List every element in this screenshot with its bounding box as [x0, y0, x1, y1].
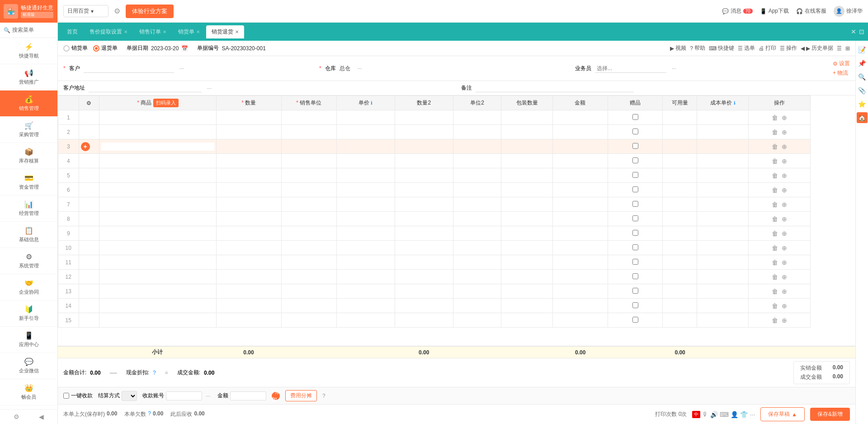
copy-row-button[interactable]: ⊕: [782, 244, 787, 252]
gift-checkbox[interactable]: [632, 317, 638, 323]
right-panel-active-icon[interactable]: 🏠: [857, 112, 868, 123]
right-panel-pin-icon[interactable]: 📌: [857, 58, 868, 69]
app-download-button[interactable]: 📱 App下载: [760, 7, 789, 15]
remark-input[interactable]: [476, 84, 634, 92]
delete-row-button[interactable]: 🗑: [772, 201, 778, 208]
copy-row-button[interactable]: ⊕: [782, 114, 787, 121]
sidebar-item-guide[interactable]: 🔰 新手引导: [0, 300, 57, 327]
person-icon[interactable]: 👤: [731, 411, 738, 418]
fee-split-button[interactable]: 费用分摊: [285, 390, 317, 401]
messages-button[interactable]: 💬 消息 70: [722, 7, 753, 15]
delete-row-button[interactable]: 🗑: [772, 129, 778, 136]
settings-button[interactable]: ⚙: [14, 413, 19, 420]
speaker-icon[interactable]: 🔊: [710, 411, 718, 418]
product-cell[interactable]: [99, 270, 216, 284]
one-click-checkbox[interactable]: [63, 393, 69, 399]
gift-checkbox[interactable]: [632, 201, 638, 207]
sidebar-item-apps[interactable]: 📱 应用中心: [0, 327, 57, 353]
sidebar-item-enterprise[interactable]: 🤝 企业协同: [0, 274, 57, 300]
gift-checkbox[interactable]: [632, 186, 638, 192]
sidebar-item-marketing[interactable]: 📢 营销推广: [0, 64, 57, 91]
single-debt-help-icon[interactable]: ?: [148, 410, 151, 418]
view-toggle-grid[interactable]: ⊞: [845, 45, 850, 52]
tab-sales-order[interactable]: 销售订单 ✕: [134, 25, 172, 38]
logistics-action-button[interactable]: + 物流: [833, 69, 850, 77]
product-cell[interactable]: [99, 241, 216, 255]
copy-row-button[interactable]: ⊕: [782, 215, 787, 223]
history-button[interactable]: ◀ ▶ 历史单据: [801, 44, 833, 52]
discount-help-icon[interactable]: ?: [153, 370, 156, 376]
delete-row-button[interactable]: 🗑: [772, 186, 778, 194]
copy-row-button[interactable]: ⊕: [782, 230, 787, 237]
delete-row-button[interactable]: 🗑: [772, 259, 778, 266]
right-panel-attach-icon[interactable]: 📎: [857, 85, 868, 96]
shortcut-button[interactable]: ⌨ 快捷键: [709, 44, 734, 52]
help-button[interactable]: ? 帮助: [690, 44, 705, 52]
video-button[interactable]: ▶ 视频: [670, 44, 686, 52]
copy-row-button[interactable]: ⊕: [782, 201, 787, 208]
view-toggle-list[interactable]: ☰: [837, 45, 842, 52]
sidebar-item-wechat[interactable]: 💬 企业微信: [0, 353, 57, 379]
gift-checkbox[interactable]: [632, 129, 638, 134]
account-input[interactable]: [166, 391, 202, 400]
copy-row-button[interactable]: ⊕: [782, 259, 787, 266]
gift-checkbox[interactable]: [632, 143, 638, 149]
sidebar-item-member[interactable]: 👑 畅会员: [0, 379, 57, 405]
salesperson-select-button[interactable]: ···: [670, 65, 678, 71]
gift-checkbox[interactable]: [632, 288, 638, 294]
delete-row-button[interactable]: 🗑: [772, 302, 778, 310]
save-new-button[interactable]: 保存&新增: [810, 408, 850, 421]
sidebar-item-quick-nav[interactable]: ⚡ 快捷导航: [0, 38, 57, 64]
collapse-sidebar-button[interactable]: ◀: [39, 413, 44, 420]
online-service-button[interactable]: 🎧 在线客服: [796, 7, 826, 15]
delete-row-button[interactable]: 🗑: [772, 215, 778, 223]
user-menu[interactable]: 👤 徐泽华: [834, 6, 863, 17]
delete-row-button[interactable]: 🗑: [772, 172, 778, 179]
settings-action-button[interactable]: ⚙ 设置: [833, 60, 850, 67]
tab-sales-delivery[interactable]: 销货单 ✕: [173, 25, 205, 38]
product-cell[interactable]: [99, 125, 216, 139]
sidebar-item-operations[interactable]: 📊 经营管理: [0, 195, 57, 222]
sidebar-item-inventory[interactable]: 📦 库存核算: [0, 143, 57, 169]
microphone-icon[interactable]: 🎙: [702, 411, 708, 418]
delete-row-button[interactable]: 🗑: [772, 114, 778, 121]
restore-tab-button[interactable]: ⊡: [859, 28, 864, 35]
close-sales-order-tab[interactable]: ✕: [163, 29, 166, 34]
delete-row-button[interactable]: 🗑: [772, 157, 778, 165]
delete-row-button[interactable]: 🗑: [772, 143, 778, 150]
payment-amount-input[interactable]: [230, 391, 266, 400]
gift-checkbox[interactable]: [632, 172, 638, 178]
customer-input[interactable]: [84, 64, 174, 73]
product-cell[interactable]: [99, 197, 216, 212]
product-cell[interactable]: [99, 226, 216, 241]
customer-select-button[interactable]: ···: [178, 65, 186, 71]
operate-button[interactable]: ☰ 操作: [780, 44, 797, 52]
delete-row-button[interactable]: 🗑: [772, 230, 778, 237]
fee-help-icon[interactable]: ?: [322, 393, 326, 399]
tab-sales-return[interactable]: 销货退货 ✕: [206, 25, 244, 38]
add-row-button[interactable]: +: [81, 142, 90, 151]
gift-checkbox[interactable]: [632, 273, 638, 279]
tshirt-icon[interactable]: 👕: [740, 411, 748, 418]
sidebar-item-purchase[interactable]: 🛒 采购管理: [0, 117, 57, 143]
product-cell[interactable]: [99, 139, 216, 154]
sidebar-item-basic[interactable]: 📋 基础信息: [0, 222, 57, 248]
close-tab-button[interactable]: ✕: [851, 28, 856, 35]
product-cell[interactable]: [99, 284, 216, 299]
right-panel-search-icon[interactable]: 🔍: [857, 71, 868, 82]
copy-row-button[interactable]: ⊕: [782, 302, 787, 310]
gift-checkbox[interactable]: [632, 215, 638, 221]
copy-row-button[interactable]: ⊕: [782, 186, 787, 194]
close-price-settings-tab[interactable]: ✕: [124, 29, 127, 34]
sidebar-item-system[interactable]: ⚙ 系统管理: [0, 248, 57, 274]
delete-row-button[interactable]: 🗑: [772, 244, 778, 252]
scan-input-button[interactable]: 扫码录入: [153, 99, 179, 107]
copy-row-button[interactable]: ⊕: [782, 317, 787, 324]
search-menu[interactable]: 🔍 搜索菜单: [0, 23, 57, 38]
save-draft-button[interactable]: 保存草稿 ▲: [760, 407, 805, 421]
cost-info-icon[interactable]: ℹ: [734, 100, 736, 105]
warehouse-select-button[interactable]: ···: [356, 65, 364, 71]
trial-button[interactable]: 体验行业方案: [126, 5, 174, 18]
product-cell[interactable]: [99, 255, 216, 270]
topbar-gear-icon[interactable]: ⚙: [114, 7, 120, 15]
